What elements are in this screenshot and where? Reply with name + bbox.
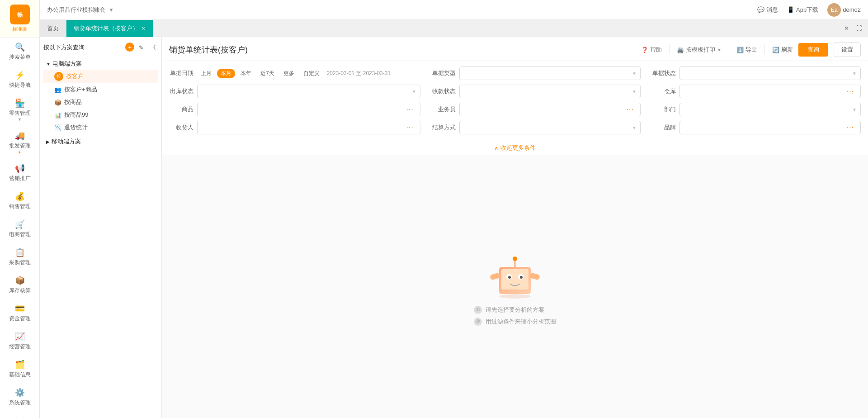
- export-button[interactable]: ⬇️ 导出: [736, 46, 757, 54]
- sidebar-item-sales[interactable]: 💰 销售管理: [0, 187, 39, 215]
- receiver-filter-item: 收货人 ···: [169, 121, 420, 134]
- scheme-item-by-goods99[interactable]: 📊 按商品99: [43, 109, 158, 121]
- brand-dots[interactable]: ···: [844, 124, 857, 132]
- page-header: 销货单统计表(按客户) ❓ 帮助 🖨️ 按模板打印 ▼ ⬇️: [162, 37, 868, 61]
- main-right-panel: 销货单统计表(按客户) ❓ 帮助 🖨️ 按模板打印 ▼ ⬇️: [162, 37, 868, 418]
- edit-scheme-button[interactable]: ✎: [136, 43, 146, 52]
- goods-label: 商品: [169, 105, 193, 114]
- out-status-filter-item: 出库状态 ▼: [169, 85, 420, 98]
- date-tab-7days[interactable]: 近7天: [257, 69, 278, 78]
- sidebar-item-inventory[interactable]: 📦 库存核算: [0, 271, 39, 299]
- app-download-button[interactable]: 📱 App下载: [787, 6, 818, 14]
- sidebar-item-operation[interactable]: 📈 经营管理: [0, 327, 39, 355]
- salesman-dots[interactable]: ···: [624, 105, 637, 114]
- department-select[interactable]: ▼: [679, 103, 861, 116]
- industry-selector[interactable]: 办公用品行业模拟账套 ▼: [47, 6, 114, 14]
- wholesale-icon: 🚚: [15, 131, 25, 141]
- finance-icon: 💳: [15, 304, 25, 314]
- sidebar-item-wholesale[interactable]: 🚚 批发管理 ▲: [0, 126, 39, 159]
- filter-row-1: 单据日期 上月 本月 本年 近7天 更多 自定义 2023-03-01 至 20…: [169, 66, 861, 80]
- tab-close-icon[interactable]: ✕: [141, 25, 146, 32]
- scheme-item-by-goods[interactable]: 📦 按商品: [43, 96, 158, 109]
- tab-bar: 首页 销货单统计表（按客户） ✕ ✕ ⛶: [40, 20, 868, 37]
- order-status-filter-item: 单据状态 ▼: [651, 66, 861, 80]
- header-actions: 💬 消息 📱 App下载 Ea demo2: [757, 3, 861, 17]
- date-filter: 上月 本月 本年 近7天 更多 自定义 2023-03-01 至 2023-03…: [197, 69, 420, 78]
- sidebar-item-system[interactable]: ⚙️ 系统管理: [0, 383, 39, 411]
- order-type-filter-item: 单据类型 ▼: [431, 66, 641, 80]
- sidebar-item-marketing[interactable]: 📢 营销推广: [0, 159, 39, 187]
- goods-select[interactable]: ···: [197, 103, 420, 116]
- date-tab-this-month[interactable]: 本月: [217, 69, 235, 78]
- divider2: [729, 45, 729, 54]
- sidebar: 畅 标准版 🔍 搜索菜单 ⚡ 快捷导航 🏪 零售管理 ▼ 🚚 批发管理 ▲ 📢 …: [0, 0, 40, 418]
- print-button[interactable]: 🖨️ 按模板打印 ▼: [677, 46, 722, 54]
- goods-dots[interactable]: ···: [403, 105, 416, 114]
- customer-scheme-icon: 按: [54, 72, 63, 81]
- sidebar-item-basic[interactable]: 🗂️ 基础信息: [0, 355, 39, 383]
- scheme-item-return-stats[interactable]: 📉 退货统计: [43, 121, 158, 134]
- query-button[interactable]: 查询: [798, 43, 828, 57]
- sidebar-item-search[interactable]: 🔍 搜索菜单: [0, 38, 39, 66]
- filter-panel-title: 按以下方案查询: [43, 43, 85, 52]
- tab-expand-button[interactable]: ⛶: [854, 23, 864, 34]
- filter-row-3: 商品 ··· 业务员 ··· 部门: [169, 103, 861, 116]
- add-scheme-button[interactable]: +: [125, 43, 134, 52]
- sidebar-item-enterprise[interactable]: 🤝 企业协同: [0, 411, 39, 418]
- sidebar-item-quick-nav[interactable]: ⚡ 快捷导航: [0, 66, 39, 94]
- tab-close-button[interactable]: ✕: [841, 23, 852, 34]
- refresh-button[interactable]: 🔄 刷新: [772, 46, 793, 54]
- scheme-group-mobile-title[interactable]: ▶ 移动端方案: [43, 136, 158, 147]
- sidebar-item-ecommerce[interactable]: 🛒 电商管理: [0, 215, 39, 243]
- scheme-item-by-customer[interactable]: 按 按客户: [43, 70, 158, 83]
- brand-filter-item: 品牌 ···: [651, 121, 861, 134]
- system-icon: ⚙️: [15, 388, 25, 398]
- settings-button[interactable]: 设置: [834, 43, 861, 57]
- print-icon: 🖨️: [677, 47, 684, 53]
- scheme-item-label: 退货统计: [64, 124, 88, 132]
- receiver-dots[interactable]: ···: [403, 124, 416, 132]
- out-status-arrow: ▼: [412, 89, 416, 94]
- warehouse-select[interactable]: ···: [679, 85, 861, 98]
- out-status-select[interactable]: ▼: [197, 85, 420, 98]
- scheme-item-by-customer-goods[interactable]: 👥 按客户+商品: [43, 83, 158, 96]
- basic-icon: 🗂️: [15, 360, 25, 370]
- collapse-more-bar[interactable]: ∧ 收起更多条件: [162, 140, 868, 156]
- sidebar-item-purchase[interactable]: 📋 采购管理: [0, 243, 39, 271]
- export-icon: ⬇️: [736, 47, 744, 53]
- tab-home[interactable]: 首页: [40, 20, 66, 37]
- brand-select[interactable]: ···: [679, 121, 861, 134]
- salesman-select[interactable]: ···: [459, 103, 641, 116]
- sidebar-item-retail[interactable]: 🏪 零售管理 ▼: [0, 94, 39, 126]
- help-button[interactable]: ❓ 帮助: [641, 46, 662, 54]
- message-button[interactable]: 💬 消息: [757, 6, 778, 14]
- collapse-panel-button[interactable]: 《: [148, 43, 158, 52]
- scheme-group-desktop: ▼ 电脑端方案 按 按客户 👥 按客户+商品 📦 按商品 📊 按商品9: [43, 58, 158, 134]
- order-type-select[interactable]: ▼: [459, 66, 641, 80]
- date-tab-custom[interactable]: 自定义: [300, 69, 323, 78]
- sidebar-item-finance[interactable]: 💳 资金管理: [0, 299, 39, 327]
- empty-hints: ① 请先选择要分析的方案 ② 用过滤条件来缩小分析范围: [474, 306, 556, 326]
- date-tab-more[interactable]: 更多: [280, 69, 298, 78]
- brand-label: 品牌: [651, 124, 676, 132]
- date-tab-last-month[interactable]: 上月: [197, 69, 215, 78]
- settlement-arrow: ▼: [632, 125, 637, 130]
- hint-num-2: ②: [474, 318, 482, 326]
- filter-area: 单据日期 上月 本月 本年 近7天 更多 自定义 2023-03-01 至 20…: [162, 61, 868, 140]
- svg-point-9: [520, 276, 523, 279]
- warehouse-dots[interactable]: ···: [844, 87, 857, 95]
- page-actions: ❓ 帮助 🖨️ 按模板打印 ▼ ⬇️ 导出: [641, 43, 861, 57]
- order-status-select[interactable]: ▼: [679, 66, 861, 80]
- empty-illustration: [488, 249, 542, 299]
- collect-status-select[interactable]: ▼: [459, 85, 641, 98]
- date-tab-this-year[interactable]: 本年: [237, 69, 255, 78]
- settlement-select[interactable]: ▼: [459, 121, 641, 134]
- tab-sales-stats[interactable]: 销货单统计表（按客户） ✕: [66, 20, 153, 37]
- receiver-select[interactable]: ···: [197, 121, 420, 134]
- refresh-icon: 🔄: [772, 47, 779, 53]
- marketing-icon: 📢: [15, 163, 25, 173]
- customer-goods-icon: 👥: [54, 86, 61, 93]
- order-type-arrow: ▼: [632, 71, 637, 76]
- user-profile[interactable]: Ea demo2: [827, 3, 861, 17]
- scheme-group-desktop-title[interactable]: ▼ 电脑端方案: [43, 58, 158, 70]
